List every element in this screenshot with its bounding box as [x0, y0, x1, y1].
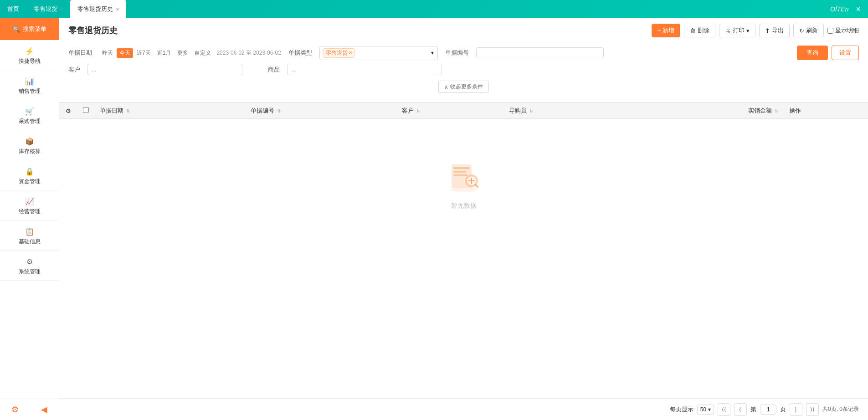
- sidebar-item-sales-mgmt-label: 销售管理: [19, 87, 41, 95]
- new-button[interactable]: + 新增: [652, 24, 680, 37]
- delete-label: 删除: [698, 26, 709, 35]
- tab-bar: 首页 零售退货 × 零售退货历史 ×: [0, 0, 830, 18]
- goods-filter-label: 商品: [268, 66, 280, 74]
- delete-button[interactable]: 🗑 删除: [684, 24, 715, 37]
- number-filter-input[interactable]: [476, 47, 604, 58]
- th-check[interactable]: [77, 103, 94, 119]
- top-bar-right: OfTEn ×: [830, 5, 868, 14]
- date-opt-yesterday[interactable]: 昨天: [99, 48, 116, 58]
- often-text: OfTEn: [830, 5, 848, 13]
- per-page-value: 50: [700, 406, 706, 413]
- per-page-label: 每页显示: [670, 405, 693, 414]
- date-opt-custom[interactable]: 自定义: [192, 48, 214, 58]
- page-label: 第: [750, 405, 756, 414]
- sidebar-setting-icon[interactable]: ⚙: [11, 405, 19, 415]
- filter-area: 单据日期 昨天 今天 近7天 近1月 更多 自定义 2023-06-02 至 2…: [68, 42, 859, 102]
- type-select-arrow: ▾: [431, 50, 434, 56]
- query-button[interactable]: 查询: [797, 46, 828, 60]
- basic-info-icon: 📋: [25, 227, 34, 236]
- sidebar-item-inventory[interactable]: 📦 库存核算: [0, 130, 59, 160]
- th-action-label: 操作: [789, 107, 801, 114]
- type-filter-select[interactable]: 零售退货 × ▾: [319, 46, 438, 60]
- tab-retail-return-history[interactable]: 零售退货历史 ×: [70, 0, 126, 18]
- date-opt-1month[interactable]: 近1月: [154, 48, 174, 58]
- table-header: ⚙ 单据日期 ⇅ 单据编号 ⇅ 客户: [59, 103, 868, 119]
- empty-row: 暂无数据: [59, 119, 868, 247]
- filter-row-1: 单据日期 昨天 今天 近7天 近1月 更多 自定义 2023-06-02 至 2…: [68, 46, 859, 60]
- page-header: 零售退货历史 + 新增 🗑 删除 🖨 打印 ▾ ⬆ 导出: [59, 18, 868, 102]
- filter-row-2: 客户 ... 商品 ...: [68, 64, 859, 75]
- date-opt-7days[interactable]: 近7天: [134, 48, 154, 58]
- type-filter-tags: 零售退货 ×: [324, 48, 354, 58]
- top-bar: 首页 零售退货 × 零售退货历史 × OfTEn ×: [0, 0, 868, 18]
- collapse-button[interactable]: ∧ 收起更多条件: [438, 81, 489, 93]
- print-icon: 🖨: [725, 27, 731, 34]
- purchase-mgmt-icon: 🛒: [25, 107, 34, 116]
- th-guide: 导购员 ⇅: [503, 103, 632, 119]
- th-date-sort[interactable]: ⇅: [126, 108, 130, 113]
- date-opt-today[interactable]: 今天: [117, 48, 133, 58]
- collapse-up-icon: ∧: [444, 84, 448, 90]
- sidebar-search[interactable]: 🔍 搜索菜单: [0, 18, 59, 40]
- show-detail-toggle[interactable]: 显示明细: [827, 26, 859, 35]
- sidebar-item-purchase-mgmt-label: 采购管理: [19, 118, 41, 125]
- date-range-text: 2023-06-02 至 2023-06-02: [216, 49, 281, 57]
- sidebar-item-quick-nav-label: 快捷导航: [19, 57, 41, 65]
- system-icon: ⚙: [25, 257, 34, 266]
- th-amount-sort[interactable]: ⇅: [775, 108, 778, 113]
- goods-filter-input[interactable]: ...: [287, 64, 442, 75]
- sidebar-item-operation[interactable]: 📈 经营管理: [0, 190, 59, 220]
- th-customer-sort[interactable]: ⇅: [416, 108, 420, 113]
- sidebar-item-system[interactable]: ⚙ 系统管理: [0, 251, 59, 281]
- date-opt-more[interactable]: 更多: [175, 48, 191, 58]
- tab-retail-return[interactable]: 零售退货 ×: [26, 0, 70, 18]
- th-setting[interactable]: ⚙: [59, 103, 77, 119]
- tab-retail-return-close[interactable]: ×: [60, 6, 63, 12]
- svg-rect-4: [453, 174, 468, 176]
- delete-icon: 🗑: [690, 27, 696, 34]
- quick-nav-icon: ⚡: [25, 46, 34, 56]
- sidebar-item-quick-nav[interactable]: ⚡ 快捷导航: [0, 40, 59, 70]
- page-number-input[interactable]: [760, 405, 776, 415]
- last-page-button[interactable]: ⟩⟩: [806, 403, 819, 416]
- sidebar-bottom: ⚙ ◀: [0, 399, 59, 420]
- sidebar-menu-icon[interactable]: ◀: [41, 405, 47, 415]
- show-detail-label: 显示明细: [835, 26, 859, 35]
- empty-icon: [443, 155, 484, 196]
- th-guide-sort[interactable]: ⇅: [529, 108, 533, 113]
- sidebar-item-sales-mgmt[interactable]: 📊 销售管理: [0, 70, 59, 100]
- export-icon: ⬆: [765, 27, 770, 34]
- sidebar-item-inventory-label: 库存核算: [19, 148, 41, 155]
- content-area: 零售退货历史 + 新增 🗑 删除 🖨 打印 ▾ ⬆ 导出: [59, 18, 868, 420]
- sidebar-item-finance[interactable]: 🔒 资金管理: [0, 160, 59, 190]
- sidebar-item-basic-info[interactable]: 📋 基础信息: [0, 220, 59, 251]
- customer-filter-input[interactable]: ...: [87, 64, 242, 75]
- tab-retail-return-history-close[interactable]: ×: [116, 6, 118, 12]
- toolbar: + 新增 🗑 删除 🖨 打印 ▾ ⬆ 导出 ↻: [652, 24, 859, 37]
- refresh-button[interactable]: ↻ 刷新: [793, 24, 824, 37]
- sidebar-item-purchase-mgmt[interactable]: 🛒 采购管理: [0, 100, 59, 130]
- select-all-checkbox[interactable]: [83, 107, 89, 113]
- sidebar-search-label: 搜索菜单: [23, 25, 46, 33]
- window-close-button[interactable]: ×: [856, 5, 861, 14]
- th-action: 操作: [784, 103, 868, 119]
- print-button[interactable]: 🖨 打印 ▾: [719, 24, 755, 37]
- th-number-sort[interactable]: ⇅: [277, 108, 281, 113]
- next-page-button[interactable]: ⟩: [790, 403, 802, 416]
- prev-page-button[interactable]: ⟨: [734, 403, 747, 416]
- tab-home-label: 首页: [7, 5, 19, 13]
- refresh-label: 刷新: [806, 26, 818, 35]
- tab-home[interactable]: 首页: [0, 0, 26, 18]
- first-page-button[interactable]: ⟨⟨: [718, 403, 730, 416]
- export-button[interactable]: ⬆ 导出: [759, 24, 790, 37]
- main-layout: 🔍 搜索菜单 ⚡ 快捷导航 📊 销售管理 🛒 采购管理 📦 库存核算 🔒 资金管…: [0, 18, 868, 420]
- table-body: 暂无数据: [59, 119, 868, 247]
- inventory-icon: 📦: [25, 137, 34, 146]
- setting-button[interactable]: 设置: [832, 46, 859, 60]
- type-tag-close[interactable]: ×: [349, 50, 352, 56]
- per-page-select[interactable]: 50 ▾: [697, 405, 714, 415]
- show-detail-checkbox[interactable]: [827, 28, 833, 34]
- customer-filter-label: 客户: [68, 66, 80, 74]
- tab-retail-return-history-label: 零售退货历史: [77, 5, 113, 13]
- svg-line-9: [475, 184, 478, 187]
